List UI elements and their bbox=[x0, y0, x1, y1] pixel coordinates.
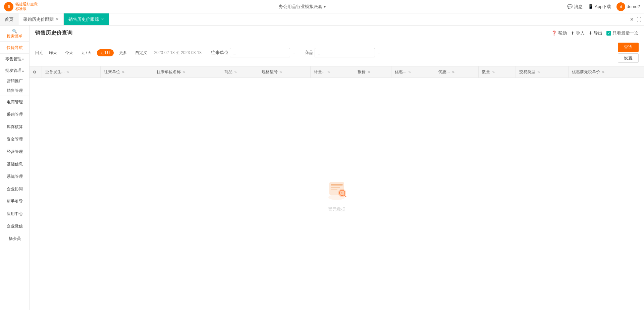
content-body: 销售历史价查询 ❓ 帮助 ⬆ 导入 ⬇ 导出 bbox=[30, 25, 644, 310]
sort-icon: ⇅ bbox=[279, 70, 282, 74]
logo-text: 畅捷通好生意 标准版 bbox=[15, 2, 38, 11]
th-unit-code[interactable]: 往来单位 ⇅ bbox=[101, 66, 153, 78]
tab-sales-history[interactable]: 销售历史价跟踪 ✕ bbox=[64, 13, 109, 25]
user-profile[interactable]: d demo2 bbox=[616, 2, 640, 11]
sort-icon: ⇅ bbox=[602, 70, 604, 74]
checkbox-icon: ✓ bbox=[606, 31, 611, 36]
app-download-button[interactable]: 📱 App下载 bbox=[588, 4, 611, 10]
sidebar-item-corp-collab[interactable]: 企业协同 bbox=[0, 183, 29, 195]
date-btn-yesterday[interactable]: 昨天 bbox=[46, 49, 60, 56]
th-unit-name[interactable]: 往来单位名称 ⇅ bbox=[153, 66, 221, 78]
tabbar-actions: ✕ ⛶ bbox=[627, 13, 644, 25]
tabbar: 首页 采购历史价跟踪 ✕ 销售历史价跟踪 ✕ ✕ ⛶ bbox=[0, 13, 644, 25]
date-range-display: 2023-02-18 至 2023-03-18 bbox=[154, 50, 201, 56]
sidebar-item-inventory[interactable]: 库存核算 bbox=[0, 121, 29, 133]
from-unit-input[interactable] bbox=[230, 48, 290, 57]
topbar-left: 6 畅捷通好生意 标准版 bbox=[4, 2, 38, 11]
export-button[interactable]: ⬇ 导出 bbox=[589, 30, 602, 36]
sort-icon: ⇅ bbox=[537, 70, 540, 74]
th-spec[interactable]: 规格型号 ⇅ bbox=[258, 66, 311, 78]
sidebar-item-wholesale[interactable]: 批发管理 ▴ bbox=[0, 65, 29, 76]
query-button[interactable]: 查询 bbox=[618, 43, 639, 52]
download-icon: 📱 bbox=[588, 4, 593, 9]
product-input[interactable] bbox=[315, 48, 375, 57]
sidebar: 🔍 搜索菜单 快捷导航 零售管理 ▾ 批发管理 ▴ 营销推广 销售管理 电 bbox=[0, 25, 30, 310]
main-layout: 🔍 搜索菜单 快捷导航 零售管理 ▾ 批发管理 ▴ 营销推广 销售管理 电 bbox=[0, 25, 644, 310]
sidebar-item-app-center[interactable]: 应用中心 bbox=[0, 208, 29, 220]
sort-icon: ⇅ bbox=[327, 70, 330, 74]
close-tab-action[interactable]: ✕ bbox=[630, 17, 634, 22]
page-title: 销售历史价查询 bbox=[35, 30, 72, 37]
sidebar-item-corp-wechat[interactable]: 企业微信 bbox=[0, 220, 29, 232]
sidebar-item-operations[interactable]: 经营管理 bbox=[0, 146, 29, 158]
th-trade-type[interactable]: 交易类型 ⇅ bbox=[516, 66, 569, 78]
topbar-center: 办公用品行业模拟账套 ▾ bbox=[279, 4, 326, 10]
th-qty[interactable]: 数量 ⇅ bbox=[479, 66, 516, 78]
date-btn-more[interactable]: 更多 bbox=[116, 49, 130, 56]
th-biz-date[interactable]: 业务发生... ⇅ bbox=[42, 66, 101, 78]
app-selector-dropdown[interactable]: 办公用品行业模拟账套 ▾ bbox=[279, 4, 326, 10]
export-icon: ⬇ bbox=[589, 31, 592, 36]
from-unit-picker-icon[interactable]: ··· bbox=[291, 50, 296, 55]
table-section: ⚙ 业务发生... ⇅ 往来单位 ⇅ 往来单位名称 bbox=[30, 66, 644, 310]
chevron-up-icon: ▴ bbox=[22, 69, 24, 72]
settings-button[interactable]: 设置 bbox=[618, 53, 639, 63]
chevron-down-icon: ▾ bbox=[324, 4, 326, 9]
sidebar-sub-sales-mgmt[interactable]: 销售管理 bbox=[0, 86, 29, 96]
search-icon: 🔍 bbox=[12, 29, 17, 34]
sidebar-item-purchase[interactable]: 采购管理 bbox=[0, 108, 29, 121]
th-discount2[interactable]: 优惠... ⇅ bbox=[435, 66, 479, 78]
topbar: 6 畅捷通好生意 标准版 办公用品行业模拟账套 ▾ 💬 消息 📱 App下载 d… bbox=[0, 0, 644, 13]
sidebar-item-basic[interactable]: 基础信息 bbox=[0, 158, 29, 170]
sidebar-quick-nav[interactable]: 快捷导航 bbox=[0, 42, 29, 54]
sidebar-search[interactable]: 🔍 搜索菜单 bbox=[0, 25, 29, 42]
sort-icon: ⇅ bbox=[122, 70, 124, 74]
maximize-action[interactable]: ⛶ bbox=[637, 17, 641, 22]
th-product[interactable]: 商品 ⇅ bbox=[221, 66, 258, 78]
sort-icon: ⇅ bbox=[408, 70, 411, 74]
sidebar-item-member[interactable]: 畅会员 bbox=[0, 232, 29, 245]
date-btn-custom[interactable]: 自定义 bbox=[132, 49, 150, 56]
date-btn-7days[interactable]: 近7天 bbox=[78, 49, 94, 56]
th-discount1[interactable]: 优惠... ⇅ bbox=[391, 66, 435, 78]
import-button[interactable]: ⬆ 导入 bbox=[571, 30, 585, 36]
page-header: 销售历史价查询 ❓ 帮助 ⬆ 导入 ⬇ 导出 bbox=[30, 25, 644, 66]
svg-rect-4 bbox=[331, 189, 337, 190]
th-unit[interactable]: 计量... ⇅ bbox=[311, 66, 354, 78]
th-pre-tax-price[interactable]: 优惠前无税单价 ⇅ bbox=[568, 66, 644, 78]
data-table: ⚙ 业务发生... ⇅ 往来单位 ⇅ 往来单位名称 bbox=[30, 66, 644, 78]
date-btn-today[interactable]: 今天 bbox=[62, 49, 76, 56]
sidebar-sub-marketing[interactable]: 营销推广 bbox=[0, 76, 29, 86]
tab-home[interactable]: 首页 bbox=[0, 13, 18, 25]
svg-rect-3 bbox=[331, 187, 340, 188]
avatar: d bbox=[616, 2, 625, 11]
sidebar-item-newbie[interactable]: 新手引导 bbox=[0, 195, 29, 208]
filter-row: 日期 昨天 今天 近7天 近1月 更多 自定义 2023-02-18 至 202… bbox=[35, 40, 639, 66]
message-button[interactable]: 💬 消息 bbox=[567, 4, 583, 10]
sidebar-item-retail[interactable]: 零售管理 ▾ bbox=[0, 54, 29, 65]
sidebar-item-system[interactable]: 系统管理 bbox=[0, 170, 29, 183]
th-price[interactable]: 报价 ⇅ bbox=[354, 66, 391, 78]
page-title-row: 销售历史价查询 ❓ 帮助 ⬆ 导入 ⬇ 导出 bbox=[35, 30, 639, 37]
logo-icon: 6 bbox=[4, 2, 13, 11]
sort-icon: ⇅ bbox=[66, 70, 69, 74]
th-gear[interactable]: ⚙ bbox=[30, 66, 42, 78]
tab-purchase-history[interactable]: 采购历史价跟踪 ✕ bbox=[18, 13, 64, 25]
product-picker-icon[interactable]: ··· bbox=[376, 50, 380, 55]
sort-icon: ⇅ bbox=[492, 70, 495, 74]
sort-icon: ⇅ bbox=[368, 70, 370, 74]
table-header-row: ⚙ 业务发生... ⇅ 往来单位 ⇅ 往来单位名称 bbox=[30, 66, 644, 78]
sidebar-item-ecom[interactable]: 电商管理 bbox=[0, 96, 29, 108]
help-button[interactable]: ❓ 帮助 bbox=[551, 30, 567, 36]
page-actions: ❓ 帮助 ⬆ 导入 ⬇ 导出 ✓ 只看最后一次 bbox=[551, 30, 639, 36]
tab-close-purchase[interactable]: ✕ bbox=[56, 17, 59, 21]
chevron-down-icon: ▾ bbox=[22, 57, 24, 61]
tab-close-sales[interactable]: ✕ bbox=[101, 17, 104, 21]
sidebar-section-wholesale: 批发管理 ▴ 营销推广 销售管理 bbox=[0, 65, 29, 96]
product-field: 商品 ··· bbox=[305, 48, 380, 57]
only-last-checkbox[interactable]: ✓ 只看最后一次 bbox=[606, 30, 639, 36]
empty-text: 暂元数据 bbox=[328, 206, 345, 212]
sidebar-item-finance[interactable]: 资金管理 bbox=[0, 133, 29, 146]
date-btn-1month[interactable]: 近1月 bbox=[97, 49, 114, 56]
help-icon: ❓ bbox=[551, 31, 557, 36]
